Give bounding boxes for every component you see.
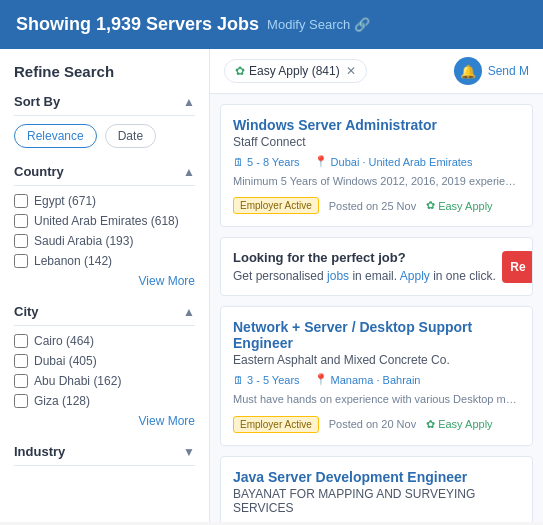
job-card-1: Windows Server Administrator Staff Conne… (220, 104, 533, 227)
easy-apply-link-2[interactable]: ✿ Easy Apply (426, 418, 492, 431)
industry-section: Industry ▼ (14, 444, 195, 466)
sidebar: Refine Search Sort By ▲ Relevance Date C… (0, 49, 210, 522)
main-layout: Refine Search Sort By ▲ Relevance Date C… (0, 49, 543, 522)
job-desc-2: Must have hands on experience with vario… (233, 392, 520, 407)
modify-search-link[interactable]: Modify Search 🔗 (267, 17, 370, 32)
country-lebanon-checkbox[interactable] (14, 254, 28, 268)
register-button-partial[interactable]: Re (502, 251, 533, 283)
country-section: Country ▲ Egypt (671) United Arab Emirat… (14, 164, 195, 288)
city-giza-checkbox[interactable] (14, 394, 28, 408)
city-giza[interactable]: Giza (128) (14, 394, 195, 408)
city-view-more[interactable]: View More (14, 414, 195, 428)
job-desc-1: Minimum 5 Years of Windows 2012, 2016, 2… (233, 174, 520, 189)
calendar-icon: 🗓 (233, 156, 244, 168)
country-header: Country ▲ (14, 164, 195, 186)
easy-apply-filter[interactable]: ✿ Easy Apply (841) ✕ (224, 59, 367, 83)
city-header: City ▲ (14, 304, 195, 326)
perfect-job-card: Looking for the perfect job? Get persona… (220, 237, 533, 296)
city-dubai-checkbox[interactable] (14, 354, 28, 368)
sort-buttons: Relevance Date (14, 124, 195, 148)
city-chevron: ▲ (183, 305, 195, 319)
right-panel: ✿ Easy Apply (841) ✕ 🔔 Send M Windows Se… (210, 49, 543, 522)
easy-apply-close-icon[interactable]: ✕ (346, 64, 356, 78)
location-icon-1: 📍 (314, 155, 328, 168)
company-name-2: Eastern Asphalt and Mixed Concrete Co. (233, 353, 520, 367)
easy-apply-leaf-icon: ✿ (235, 64, 245, 78)
country-egypt-checkbox[interactable] (14, 194, 28, 208)
filter-bar: ✿ Easy Apply (841) ✕ 🔔 Send M (210, 49, 543, 94)
send-me-label[interactable]: Send M (488, 64, 529, 78)
easy-apply-leaf-icon-1: ✿ (426, 199, 435, 212)
sort-by-section: Sort By ▲ Relevance Date (14, 94, 195, 148)
job-location-1: 📍 Dubai · United Arab Emirates (314, 155, 473, 168)
posted-date-1: Posted on 25 Nov (329, 200, 416, 212)
industry-label: Industry (14, 444, 65, 459)
location-icon-2: 📍 (314, 373, 328, 386)
sort-by-label: Sort By (14, 94, 60, 109)
city-cairo[interactable]: Cairo (464) (14, 334, 195, 348)
employer-badge-1: Employer Active (233, 197, 319, 214)
country-saudi-checkbox[interactable] (14, 234, 28, 248)
city-list: Cairo (464) Dubai (405) Abu Dhabi (162) … (14, 334, 195, 408)
easy-apply-link-1[interactable]: ✿ Easy Apply (426, 199, 492, 212)
job-title-2[interactable]: Network + Server / Desktop Support Engin… (233, 319, 520, 351)
employer-badge-2: Employer Active (233, 416, 319, 433)
company-name-1: Staff Connect (233, 135, 520, 149)
city-dubai[interactable]: Dubai (405) (14, 354, 195, 368)
job-card-2: Network + Server / Desktop Support Engin… (220, 306, 533, 445)
header: Showing 1,939 Servers Jobs Modify Search… (0, 0, 543, 49)
sort-relevance-button[interactable]: Relevance (14, 124, 97, 148)
country-view-more[interactable]: View More (14, 274, 195, 288)
perfect-job-title: Looking for the perfect job? (233, 250, 520, 265)
country-chevron: ▲ (183, 165, 195, 179)
city-cairo-checkbox[interactable] (14, 334, 28, 348)
city-section: City ▲ Cairo (464) Dubai (405) Abu Dhabi… (14, 304, 195, 428)
job-footer-1: Employer Active Posted on 25 Nov ✿ Easy … (233, 197, 520, 214)
notification-bell-button[interactable]: 🔔 (454, 57, 482, 85)
country-list: Egypt (671) United Arab Emirates (618) S… (14, 194, 195, 268)
job-footer-2: Employer Active Posted on 20 Nov ✿ Easy … (233, 416, 520, 433)
job-title-1[interactable]: Windows Server Administrator (233, 117, 520, 133)
country-uae-checkbox[interactable] (14, 214, 28, 228)
jobs-link[interactable]: jobs (327, 269, 349, 283)
country-uae[interactable]: United Arab Emirates (618) (14, 214, 195, 228)
apply-link[interactable]: Apply (400, 269, 430, 283)
job-experience-2: 🗓 3 - 5 Years (233, 374, 300, 386)
easy-apply-leaf-icon-2: ✿ (426, 418, 435, 431)
refine-search-title: Refine Search (14, 63, 195, 80)
sort-by-chevron: ▲ (183, 95, 195, 109)
job-meta-2: 🗓 3 - 5 Years 📍 Manama · Bahrain (233, 373, 520, 386)
calendar-icon-2: 🗓 (233, 374, 244, 386)
sort-by-header: Sort By ▲ (14, 94, 195, 116)
city-abudhabi-checkbox[interactable] (14, 374, 28, 388)
company-name-3: BAYANAT FOR MAPPING AND SURVEYING SERVIC… (233, 487, 520, 515)
country-saudi[interactable]: Saudi Arabia (193) (14, 234, 195, 248)
country-lebanon[interactable]: Lebanon (142) (14, 254, 195, 268)
page-title: Showing 1,939 Servers Jobs (16, 14, 259, 35)
industry-chevron: ▼ (183, 445, 195, 459)
job-location-2: 📍 Manama · Bahrain (314, 373, 421, 386)
easy-apply-label: Easy Apply (841) (249, 64, 340, 78)
link-icon: 🔗 (354, 17, 370, 32)
bell-icon: 🔔 (460, 64, 476, 79)
job-experience-1: 🗓 5 - 8 Years (233, 156, 300, 168)
sort-date-button[interactable]: Date (105, 124, 156, 148)
city-abudhabi[interactable]: Abu Dhabi (162) (14, 374, 195, 388)
job-title-3[interactable]: Java Server Development Engineer (233, 469, 520, 485)
city-label: City (14, 304, 39, 319)
job-meta-1: 🗓 5 - 8 Years 📍 Dubai · United Arab Emir… (233, 155, 520, 168)
perfect-job-desc: Get personalised jobs in email. Apply in… (233, 269, 520, 283)
posted-date-2: Posted on 20 Nov (329, 418, 416, 430)
job-card-3: Java Server Development Engineer BAYANAT… (220, 456, 533, 522)
industry-header[interactable]: Industry ▼ (14, 444, 195, 466)
country-label: Country (14, 164, 64, 179)
country-egypt[interactable]: Egypt (671) (14, 194, 195, 208)
